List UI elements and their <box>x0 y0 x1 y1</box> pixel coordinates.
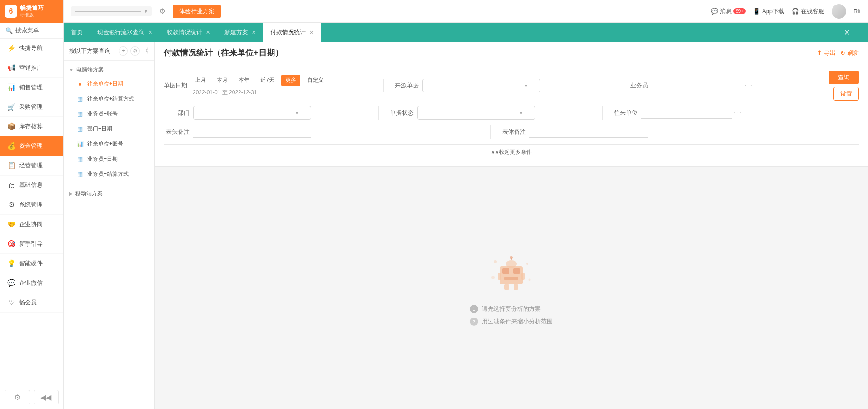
sidebar-item-enterprise[interactable]: 🤝 企业协同 <box>0 215 63 234</box>
tab-receipts[interactable]: 收款情况统计 ✕ <box>160 23 217 42</box>
scheme-panel: 按以下方案查询 + ⚙ 《 ▼ 电脑端方案 ● 往来单位+日期 ▦ <box>64 42 155 409</box>
svg-point-11 <box>494 260 497 263</box>
arrow-down-icon: ▼ <box>69 67 74 72</box>
tab-payment-stats[interactable]: 付款情况统计 ✕ <box>263 23 321 42</box>
mobile-icon: 📱 <box>753 8 760 15</box>
svg-rect-1 <box>502 268 509 274</box>
user-avatar[interactable] <box>832 4 846 19</box>
doc-status-label: 单据状态 <box>388 109 417 117</box>
date-this-month[interactable]: 本月 <box>213 75 232 86</box>
filter-group-body-note: 表体备注 <box>500 126 808 138</box>
scheme-group-desktop-toggle[interactable]: ▼ 电脑端方案 <box>64 63 154 76</box>
sidebar-item-system[interactable]: ⚙ 系统管理 <box>0 195 63 215</box>
sidebar-item-hardware[interactable]: 💡 智能硬件 <box>0 254 63 273</box>
sidebar-item-label: 资金管理 <box>19 142 43 150</box>
app-download-button[interactable]: 📱 App下载 <box>753 7 784 15</box>
filter-row-2: 部门 ▾ 单据状态 ▾ <box>164 106 859 120</box>
scheme-item-partner-account[interactable]: 📊 往来单位+账号 <box>64 136 154 151</box>
query-button[interactable]: 查询 <box>829 71 859 84</box>
export-button[interactable]: ⬆ 导出 <box>817 49 836 57</box>
scheme-item-staff-date[interactable]: ▦ 业务员+日期 <box>64 151 154 167</box>
sidebar-settings-btn[interactable]: ⚙ <box>5 390 30 404</box>
partner-label: 往来单位 <box>612 109 641 117</box>
app-name: 畅捷通巧 <box>20 5 44 12</box>
partner-input[interactable] <box>641 107 732 119</box>
tab-actions: ✕ ⛶ <box>838 26 868 39</box>
date-this-year[interactable]: 本年 <box>234 75 254 86</box>
scheme-setting-button[interactable]: ⚙ <box>130 46 140 56</box>
fullscreen-button[interactable]: ⛶ <box>853 26 864 38</box>
sidebar-collapse-btn[interactable]: ◀◀ <box>34 390 59 404</box>
scheme-item-icon: ▦ <box>76 96 84 102</box>
tab-bank-flow[interactable]: 现金银行流水查询 ✕ <box>90 23 160 42</box>
scheme-group-mobile-toggle[interactable]: ▶ 移动端方案 <box>64 187 154 200</box>
search-label: 搜索菜单 <box>15 26 39 35</box>
vip-icon: ♡ <box>7 298 15 307</box>
address-bar[interactable]: ———————————— ▾ <box>71 6 152 16</box>
filter-group-dept: 部门 ▾ <box>164 106 360 120</box>
settings-button[interactable]: 设置 <box>833 87 859 101</box>
date-label: 单据日期 <box>164 81 191 90</box>
tab-home[interactable]: 首页 <box>64 23 90 42</box>
trial-button[interactable]: 体验行业方案 <box>173 5 221 18</box>
search-icon: 🔍 <box>5 27 13 34</box>
close-all-tabs-button[interactable]: ✕ <box>842 26 852 39</box>
source-label: 来源单据 <box>393 81 422 90</box>
avatar-image <box>832 4 846 19</box>
scheme-item-staff-settle[interactable]: ▦ 业务员+结算方式 <box>64 167 154 182</box>
tab-new-scheme[interactable]: 新建方案 ✕ <box>217 23 263 42</box>
date-custom[interactable]: 自定义 <box>303 75 328 86</box>
sidebar-item-capital[interactable]: 💰 资金管理 <box>0 136 63 156</box>
dropdown-icon: ▾ <box>525 83 527 88</box>
scheme-item-partner-settle[interactable]: ▦ 往来单位+结算方式 <box>64 91 154 106</box>
sidebar-item-wechat[interactable]: 💬 企业微信 <box>0 273 63 293</box>
doc-status-select[interactable]: ▾ <box>417 106 535 120</box>
sidebar-item-purchase[interactable]: 🛒 采购管理 <box>0 97 63 117</box>
scheme-item-staff-account[interactable]: ▦ 业务员+账号 <box>64 106 154 121</box>
sidebar-item-quick-nav[interactable]: ⚡ 快捷导航 <box>0 39 63 58</box>
collapse-label: 收起更多条件 <box>499 148 532 156</box>
body-note-input[interactable] <box>529 126 648 138</box>
collapse-conditions-button[interactable]: ∧∧ 收起更多条件 <box>164 144 859 160</box>
app-download-label: App下载 <box>762 7 784 15</box>
source-select[interactable]: ▾ <box>422 79 540 92</box>
search-menu[interactable]: 🔍 搜索菜单 <box>0 23 63 39</box>
tab-bank-flow-close[interactable]: ✕ <box>148 30 152 35</box>
date-last-month[interactable]: 上月 <box>191 75 210 86</box>
dropdown-icon3: ▾ <box>520 111 522 116</box>
sidebar-item-guide[interactable]: 🎯 新手引导 <box>0 234 63 254</box>
messages-button[interactable]: 💬 消息 99+ <box>711 7 746 15</box>
scheme-add-button[interactable]: + <box>119 46 128 56</box>
tab-payment-stats-close[interactable]: ✕ <box>309 30 314 35</box>
staff-label: 业务员 <box>622 81 652 90</box>
tab-new-scheme-close[interactable]: ✕ <box>252 30 256 35</box>
refresh-label: 刷新 <box>847 49 859 57</box>
scheme-group-mobile-label: 移动端方案 <box>75 190 103 197</box>
sidebar-item-inventory[interactable]: 📦 库存核算 <box>0 117 63 136</box>
sidebar-item-business[interactable]: 📋 经营管理 <box>0 156 63 176</box>
wechat-icon: 💬 <box>7 279 15 287</box>
sidebar-item-basic[interactable]: 🗂 基础信息 <box>0 176 63 195</box>
refresh-icon: ↻ <box>840 50 845 56</box>
online-service-button[interactable]: 🎧 在线客服 <box>792 7 824 15</box>
tab-receipts-close[interactable]: ✕ <box>206 30 210 35</box>
scheme-item-partner-date[interactable]: ● 往来单位+日期 <box>64 76 154 91</box>
right-panel: 付款情况统计（往来单位+日期） ⬆ 导出 ↻ 刷新 <box>155 42 868 409</box>
date-last-7[interactable]: 近7天 <box>256 75 279 86</box>
header-note-input[interactable] <box>193 126 311 138</box>
refresh-button[interactable]: ↻ 刷新 <box>840 49 859 57</box>
staff-more-button[interactable] <box>743 81 755 91</box>
scheme-collapse-button[interactable]: 《 <box>142 47 149 55</box>
staff-input[interactable] <box>652 80 743 91</box>
date-more[interactable]: 更多 <box>281 75 300 86</box>
basic-icon: 🗂 <box>7 182 15 189</box>
gear-icon[interactable]: ⚙ <box>157 5 167 17</box>
sidebar-item-marketing[interactable]: 📢 营销推广 <box>0 58 63 78</box>
dept-select[interactable]: ▾ <box>193 106 311 120</box>
enterprise-icon: 🤝 <box>7 220 15 228</box>
scheme-item-dept-date[interactable]: ▦ 部门+日期 <box>64 121 154 136</box>
sidebar-item-vip[interactable]: ♡ 畅会员 <box>0 293 63 313</box>
partner-more-button[interactable] <box>732 108 744 118</box>
sidebar-item-sales[interactable]: 📊 销售管理 <box>0 78 63 97</box>
tab-bar: 首页 现金银行流水查询 ✕ 收款情况统计 ✕ 新建方案 ✕ 付款情况统计 ✕ ✕… <box>64 23 868 42</box>
